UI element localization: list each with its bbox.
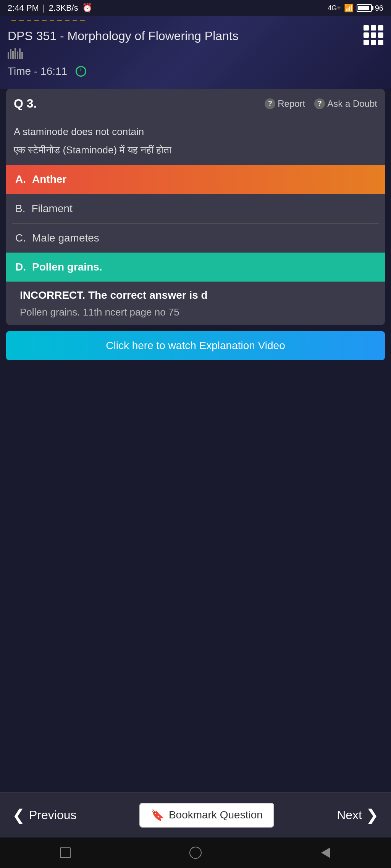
report-icon: ? xyxy=(265,98,275,109)
report-button[interactable]: ? Report xyxy=(265,98,305,109)
time-display: 2:44 PM xyxy=(8,3,39,13)
option-c-text: Male gametes xyxy=(32,232,99,244)
bar xyxy=(15,48,16,59)
doubt-icon: ? xyxy=(314,98,325,109)
course-title: DPS 351 - Morphology of Flowering Plants xyxy=(8,29,383,43)
battery-fill xyxy=(358,6,369,10)
network-type: 4G+ xyxy=(328,4,341,12)
ask-doubt-button[interactable]: ? Ask a Doubt xyxy=(314,98,377,109)
grid-icon[interactable] xyxy=(364,25,383,45)
option-b[interactable]: B. Filament xyxy=(6,194,385,223)
header-banner: DPS 351 - Morphology of Flowering Plants… xyxy=(0,16,391,89)
grid-dot xyxy=(371,32,376,38)
battery-icon xyxy=(357,4,372,12)
alarm-icon: ⏰ xyxy=(82,3,92,13)
back-button[interactable] xyxy=(318,845,333,860)
triangle-icon xyxy=(321,847,330,858)
option-d[interactable]: D. Pollen grains. xyxy=(6,253,385,282)
timer-display: Time - 16:11 xyxy=(8,65,67,77)
grid-dot xyxy=(378,32,383,38)
bar xyxy=(19,48,21,59)
grid-dot xyxy=(371,25,376,31)
question-text-english: A staminode does not contain xyxy=(6,117,385,143)
question-number: Q 3. xyxy=(14,97,37,111)
bottom-navigation: ❮ Previous 🔖 Bookmark Question Next ❯ xyxy=(0,792,391,837)
grid-dot xyxy=(364,25,369,31)
option-d-letter: D. xyxy=(15,261,26,273)
next-button[interactable]: Next ❯ xyxy=(325,800,391,830)
previous-label: Previous xyxy=(29,808,77,822)
timer-icon xyxy=(76,66,86,77)
report-label: Report xyxy=(278,98,305,109)
option-c-letter: C. xyxy=(15,232,26,244)
video-button[interactable]: Click here to watch Explanation Video xyxy=(6,331,385,360)
option-c[interactable]: C. Male gametes xyxy=(6,224,385,253)
bookmark-icon: 🔖 xyxy=(151,809,164,821)
recent-apps-button[interactable] xyxy=(58,845,73,860)
status-left: 2:44 PM | 2.3KB/s ⏰ xyxy=(8,3,92,13)
verdict-text: INCORRECT. The correct answer is d xyxy=(20,289,371,301)
barcode-area xyxy=(8,48,383,59)
ask-doubt-label: Ask a Doubt xyxy=(327,98,377,109)
android-nav-bar xyxy=(0,837,391,868)
question-card: Q 3. ? Report ? Ask a Doubt A staminode … xyxy=(6,89,385,325)
network-speed: | xyxy=(43,3,45,13)
status-right: 4G+ 📶 96 xyxy=(328,3,383,13)
option-a-letter: A. xyxy=(15,173,26,185)
content-spacer xyxy=(0,366,391,792)
explanation-text: Pollen grains. 11th ncert page no 75 xyxy=(20,305,371,319)
circle-icon xyxy=(189,847,202,859)
option-b-text: Filament xyxy=(31,203,72,215)
question-header: Q 3. ? Report ? Ask a Doubt xyxy=(6,89,385,117)
battery-percent: 96 xyxy=(375,4,383,13)
status-bar: 2:44 PM | 2.3KB/s ⏰ 4G+ 📶 96 xyxy=(0,0,391,16)
option-d-text: Pollen grains. xyxy=(32,261,102,273)
chevron-left-icon: ❮ xyxy=(12,806,25,824)
header-actions: ? Report ? Ask a Doubt xyxy=(265,98,377,109)
grid-dot xyxy=(371,40,376,45)
grid-dot xyxy=(378,40,383,45)
data-speed: 2.3KB/s xyxy=(49,3,78,13)
barcode-bars xyxy=(8,48,23,59)
square-icon xyxy=(60,847,71,858)
next-label: Next xyxy=(337,808,362,822)
grid-dot xyxy=(364,32,369,38)
result-area: INCORRECT. The correct answer is d Polle… xyxy=(12,282,379,325)
bar xyxy=(21,52,23,59)
grid-dot xyxy=(364,40,369,45)
bar xyxy=(10,49,11,59)
signal-bars-icon: 📶 xyxy=(344,3,354,13)
bar xyxy=(12,51,14,59)
bar xyxy=(17,52,18,59)
bar xyxy=(8,52,9,59)
option-a-text: Anther xyxy=(32,173,66,185)
bookmark-button[interactable]: 🔖 Bookmark Question xyxy=(139,803,274,828)
previous-button[interactable]: ❮ Previous xyxy=(0,800,89,830)
question-text-hindi: एक स्टेमीनोड (Staminode) में यह नहीं होत… xyxy=(6,143,385,164)
chevron-right-icon: ❯ xyxy=(366,806,379,824)
option-a[interactable]: A. Anther xyxy=(6,165,385,194)
bookmark-label: Bookmark Question xyxy=(169,809,263,821)
grid-dot xyxy=(378,25,383,31)
option-b-letter: B. xyxy=(15,203,25,215)
home-button[interactable] xyxy=(188,845,203,860)
